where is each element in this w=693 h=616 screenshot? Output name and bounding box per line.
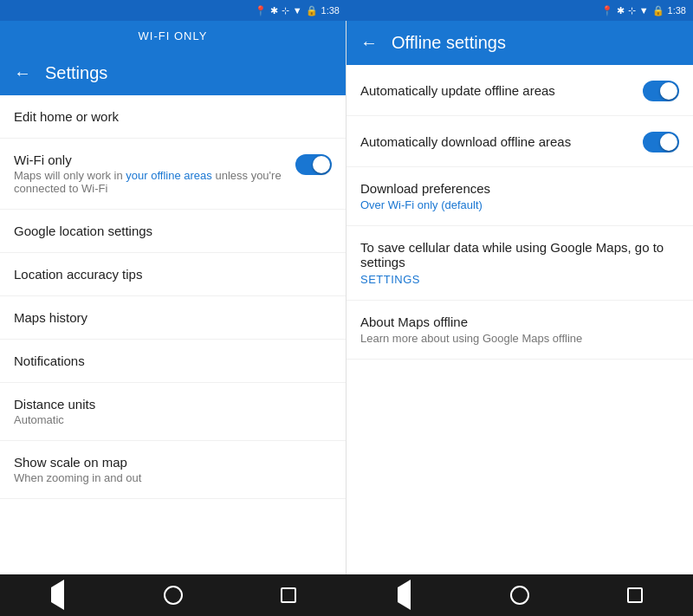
nav-recents-right[interactable] xyxy=(625,585,645,606)
location-icon-right: 📍 xyxy=(601,5,613,16)
settings-item-distance-units[interactable]: Distance units Automatic xyxy=(0,383,346,441)
sync-icon-right: ⊹ xyxy=(628,5,636,16)
offline-title: Offline settings xyxy=(392,33,506,53)
offline-list: Automatically update offline areas Autom… xyxy=(346,65,693,574)
nav-bar-left xyxy=(0,574,346,616)
nav-bar-right xyxy=(346,574,693,616)
auto-update-toggle[interactable] xyxy=(643,81,679,101)
offline-item-auto-download[interactable]: Automatically download offline areas xyxy=(346,116,693,167)
settings-item-wifi-only[interactable]: Wi-Fi only Maps will only work in your o… xyxy=(0,139,346,210)
battery-icon: 🔒 xyxy=(306,5,318,16)
status-bar-right: 📍 ✱ ⊹ ▼ 🔒 1:38 xyxy=(346,0,693,21)
battery-icon-right: 🔒 xyxy=(652,5,664,16)
settings-list: Edit home or work Wi-Fi only Maps will o… xyxy=(0,95,346,574)
bluetooth-icon: ✱ xyxy=(270,5,278,16)
nav-back-right[interactable] xyxy=(394,585,415,606)
settings-title: Settings xyxy=(45,63,107,83)
offline-item-auto-update[interactable]: Automatically update offline areas xyxy=(346,65,693,116)
settings-item-google-location[interactable]: Google location settings xyxy=(0,210,346,253)
wifi-icon: ▼ xyxy=(293,5,302,16)
settings-item-location-accuracy[interactable]: Location accuracy tips xyxy=(0,253,346,296)
offline-settings-panel: ← Offline settings Automatically update … xyxy=(346,21,693,574)
wifi-icon-right: ▼ xyxy=(639,5,649,16)
auto-download-toggle[interactable] xyxy=(643,132,679,152)
nav-recents-left[interactable] xyxy=(278,585,299,606)
settings-panel: WI-FI ONLY ← Settings Edit home or work … xyxy=(0,21,346,574)
offline-item-download-prefs[interactable]: Download preferences Over Wi-Fi only (de… xyxy=(346,167,693,226)
sync-icon: ⊹ xyxy=(282,5,289,16)
offline-item-about[interactable]: About Maps offline Learn more about usin… xyxy=(346,301,693,360)
nav-home-right[interactable] xyxy=(509,585,530,606)
bluetooth-icon-right: ✱ xyxy=(617,5,625,16)
settings-item-edit-home[interactable]: Edit home or work xyxy=(0,95,346,139)
status-bar-left: 📍 ✱ ⊹ ▼ 🔒 1:38 xyxy=(0,0,346,21)
settings-back-button[interactable]: ← xyxy=(14,63,31,83)
wifi-only-toggle[interactable] xyxy=(295,154,332,175)
location-icon: 📍 xyxy=(255,5,267,16)
offline-header: ← Offline settings xyxy=(346,21,693,65)
wifi-banner: WI-FI ONLY xyxy=(0,21,346,51)
time-right: 1:38 xyxy=(668,5,686,16)
settings-item-maps-history[interactable]: Maps history xyxy=(0,296,346,340)
nav-home-left[interactable] xyxy=(163,585,184,606)
settings-item-show-scale[interactable]: Show scale on map When zooming in and ou… xyxy=(0,441,346,499)
settings-header: ← Settings xyxy=(0,51,346,95)
nav-back-left[interactable] xyxy=(48,585,68,606)
offline-areas-link[interactable]: your offline areas xyxy=(126,169,212,182)
offline-back-button[interactable]: ← xyxy=(360,33,378,53)
offline-item-save-cellular[interactable]: To save cellular data while using Google… xyxy=(346,226,693,301)
settings-item-notifications[interactable]: Notifications xyxy=(0,340,346,383)
time-left: 1:38 xyxy=(321,5,340,16)
